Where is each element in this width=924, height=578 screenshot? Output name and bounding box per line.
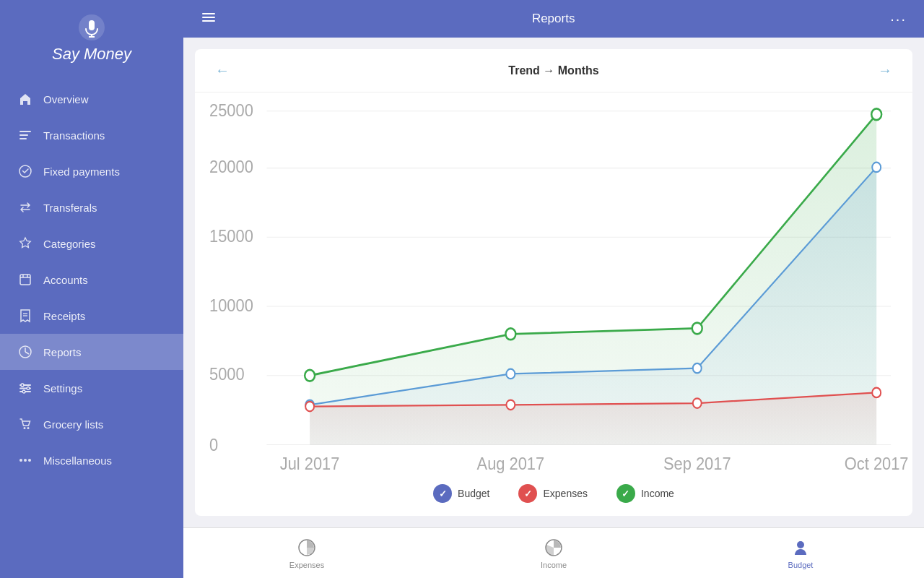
svg-rect-4 (19, 131, 31, 132)
chart-next-button[interactable]: → (872, 59, 898, 82)
svg-rect-6 (19, 138, 27, 139)
tab-income[interactable]: Income (430, 528, 677, 578)
tab-budget[interactable]: Budget (677, 528, 924, 578)
svg-text:20000: 20000 (209, 157, 253, 177)
sidebar-item-transactions[interactable]: Transactions (0, 117, 183, 153)
expenses-legend-icon: ✓ (518, 484, 537, 503)
svg-text:Jul 2017: Jul 2017 (280, 454, 340, 474)
svg-rect-7 (20, 275, 30, 285)
svg-text:Aug 2017: Aug 2017 (477, 454, 545, 474)
chart-prev-button[interactable]: ← (209, 59, 235, 82)
sidebar-item-accounts[interactable]: Accounts (0, 262, 183, 298)
more-button[interactable]: ··· (890, 11, 907, 27)
legend-expenses: ✓ Expenses (518, 484, 587, 503)
legend-income: ✓ Income (616, 484, 674, 503)
chart-title: Trend → Months (508, 64, 598, 77)
svg-point-52 (305, 402, 314, 412)
svg-point-51 (872, 163, 881, 173)
svg-point-53 (506, 400, 515, 410)
svg-rect-24 (202, 20, 215, 22)
accounts-label: Accounts (43, 274, 88, 286)
sidebar-item-misc[interactable]: Miscellaneous (0, 442, 183, 478)
chart-body: 25000 20000 15000 10000 5000 0 Jul 2017 (195, 92, 912, 474)
reports-icon (17, 344, 33, 360)
svg-point-55 (872, 388, 881, 398)
misc-icon (17, 452, 33, 468)
budget-legend-label: Budget (458, 488, 489, 499)
tab-expenses[interactable]: Expenses (183, 528, 430, 578)
svg-point-46 (692, 323, 702, 335)
expenses-tab-label: Expenses (289, 561, 324, 569)
income-tab-label: Income (541, 561, 567, 569)
receipts-icon (17, 308, 33, 324)
expenses-tab-icon (297, 538, 317, 558)
menu-button[interactable] (201, 9, 217, 29)
income-legend-label: Income (641, 488, 674, 499)
overview-label: Overview (43, 93, 89, 105)
sidebar-item-reports[interactable]: Reports (0, 334, 183, 370)
misc-label: Miscellaneous (43, 454, 112, 467)
svg-point-14 (21, 384, 24, 387)
chart-header: ← Trend → Months → (195, 49, 912, 92)
receipts-label: Receipts (43, 310, 85, 322)
svg-text:25000: 25000 (209, 100, 253, 120)
grocery-label: Grocery lists (43, 418, 103, 431)
sidebar-item-categories[interactable]: Categories (0, 225, 183, 262)
fixed-payments-label: Fixed payments (43, 165, 120, 178)
logo-text: Say Money (52, 45, 131, 64)
svg-point-47 (871, 108, 881, 120)
svg-point-16 (22, 390, 25, 393)
svg-rect-23 (202, 17, 215, 18)
sidebar-item-transferals[interactable]: Transferals (0, 189, 183, 225)
grocery-icon (17, 416, 33, 432)
home-icon (17, 91, 33, 107)
chart-legend: ✓ Budget ✓ Expenses ✓ Income (195, 474, 912, 516)
reports-label: Reports (43, 346, 82, 358)
topbar-title: Reports (532, 12, 575, 26)
transactions-icon (17, 127, 33, 143)
legend-budget: ✓ Budget (433, 484, 489, 503)
sidebar: Say Money Overview Transactions (0, 0, 183, 578)
accounts-icon (17, 272, 33, 288)
svg-point-20 (24, 459, 27, 462)
logo-icon (79, 14, 105, 40)
income-tab-icon (544, 538, 564, 558)
settings-icon (17, 380, 33, 396)
svg-point-44 (305, 370, 315, 381)
svg-text:5000: 5000 (209, 364, 245, 384)
expenses-legend-label: Expenses (543, 488, 587, 499)
sidebar-item-settings[interactable]: Settings (0, 370, 183, 406)
transactions-label: Transactions (43, 129, 105, 142)
svg-point-49 (506, 369, 515, 379)
svg-point-15 (27, 387, 30, 390)
sidebar-item-overview[interactable]: Overview (0, 81, 183, 117)
budget-tab-icon (790, 538, 811, 558)
fixed-payments-icon (17, 163, 33, 179)
svg-text:10000: 10000 (209, 296, 253, 316)
settings-label: Settings (43, 382, 82, 394)
svg-text:Oct 2017: Oct 2017 (845, 454, 909, 474)
svg-point-17 (24, 427, 26, 429)
svg-rect-5 (19, 134, 28, 136)
svg-point-54 (693, 398, 702, 408)
tabbar: Expenses Income (183, 527, 924, 578)
svg-point-19 (19, 459, 22, 462)
sidebar-item-grocery[interactable]: Grocery lists (0, 406, 183, 442)
svg-point-45 (505, 328, 515, 340)
chart-card: ← Trend → Months → (195, 49, 912, 516)
svg-rect-22 (202, 13, 215, 14)
transferals-icon (17, 199, 33, 215)
budget-tab-label: Budget (788, 561, 814, 569)
svg-point-18 (27, 427, 30, 429)
svg-text:15000: 15000 (209, 226, 253, 246)
transferals-label: Transferals (43, 202, 97, 214)
topbar: Reports ··· (183, 0, 924, 38)
svg-point-50 (693, 363, 702, 374)
svg-rect-1 (89, 20, 95, 30)
categories-label: Categories (43, 238, 96, 250)
svg-point-58 (797, 541, 804, 548)
budget-legend-icon: ✓ (433, 484, 452, 503)
svg-text:Sep 2017: Sep 2017 (663, 454, 731, 474)
sidebar-item-fixed-payments[interactable]: Fixed payments (0, 153, 183, 189)
sidebar-item-receipts[interactable]: Receipts (0, 298, 183, 334)
